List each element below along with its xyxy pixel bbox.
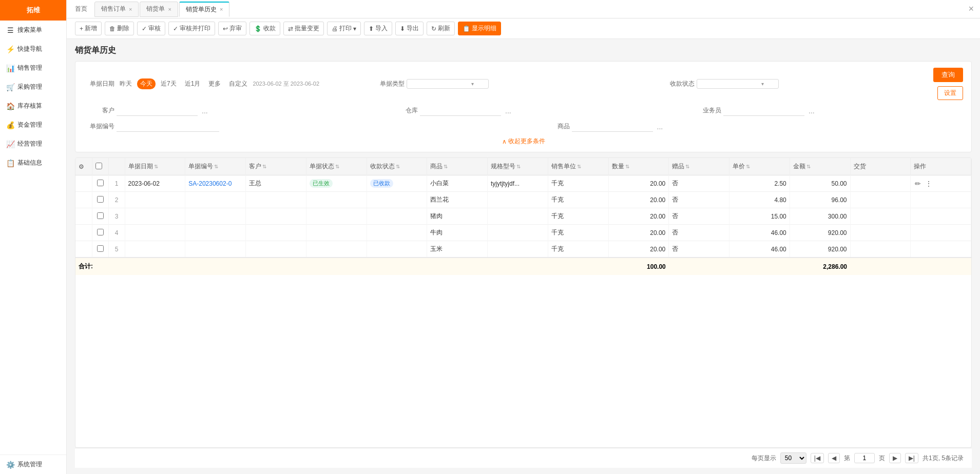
col-collect-status[interactable]: 收款状态⇅ bbox=[367, 158, 427, 175]
customer-ellipsis[interactable]: ... bbox=[200, 107, 210, 115]
audit-print-button[interactable]: ✓ 审核并打印 bbox=[168, 22, 215, 35]
tab-delivery-history-close[interactable]: × bbox=[220, 6, 223, 12]
salesperson-input[interactable] bbox=[723, 105, 804, 116]
row-goods: 西兰花 bbox=[427, 192, 488, 208]
collect-button[interactable]: 💲 收款 bbox=[249, 22, 280, 35]
sidebar-item-system-mgmt[interactable]: ⚙️ 系统管理 bbox=[0, 455, 66, 474]
col-checkbox[interactable] bbox=[92, 158, 108, 175]
row-doc-num[interactable] bbox=[185, 241, 246, 258]
add-button[interactable]: + 新增 bbox=[75, 22, 102, 35]
date-today-btn[interactable]: 今天 bbox=[137, 78, 156, 89]
batch-change-button[interactable]: ⇄ 批量变更 bbox=[283, 22, 324, 35]
warehouse-input[interactable] bbox=[420, 105, 501, 116]
tab-sales-order[interactable]: 销售订单 × bbox=[94, 2, 139, 17]
tab-sales-order-close[interactable]: × bbox=[129, 6, 132, 12]
edit-action-btn[interactable]: ✏ bbox=[914, 179, 922, 189]
sales-mgmt-icon: 📊 bbox=[6, 64, 14, 72]
sidebar-item-search-menu[interactable]: ☰ 搜索菜单 bbox=[0, 21, 66, 40]
page-size-select[interactable]: 10 20 50 100 bbox=[780, 452, 806, 464]
tab-home[interactable]: 首页 bbox=[69, 2, 93, 17]
col-doc-num[interactable]: 单据编号⇅ bbox=[185, 158, 246, 175]
date-yesterday-btn[interactable]: 昨天 bbox=[117, 78, 135, 89]
row-doc-num[interactable] bbox=[185, 225, 246, 241]
summary-gift-spacer bbox=[669, 258, 729, 275]
select-all-checkbox[interactable] bbox=[95, 163, 102, 169]
row-checkbox-cell[interactable] bbox=[92, 208, 108, 225]
tab-delivery-close[interactable]: × bbox=[168, 6, 171, 12]
col-gift[interactable]: 赠品⇅ bbox=[669, 158, 729, 175]
delete-button[interactable]: 🗑 删除 bbox=[105, 22, 134, 35]
col-doc-date[interactable]: 单据日期⇅ bbox=[125, 158, 185, 175]
sidebar-item-inventory[interactable]: 🏠 库存核算 bbox=[0, 96, 66, 115]
row-checkbox[interactable] bbox=[97, 212, 104, 219]
col-customer[interactable]: 客户⇅ bbox=[246, 158, 306, 175]
goods-ellipsis[interactable]: ... bbox=[655, 123, 665, 131]
doc-num-link[interactable]: SA-20230602-0 bbox=[188, 180, 232, 187]
row-doc-num[interactable]: SA-20230602-0 bbox=[185, 175, 246, 192]
abandon-button[interactable]: ↩ 弃审 bbox=[218, 22, 246, 35]
col-quantity[interactable]: 数量⇅ bbox=[608, 158, 669, 175]
col-spec-model[interactable]: 规格型号⇅ bbox=[488, 158, 548, 175]
last-page-button[interactable]: ▶| bbox=[905, 453, 918, 463]
summary-quantity: 100.00 bbox=[608, 258, 669, 275]
row-checkbox[interactable] bbox=[97, 196, 104, 203]
query-button[interactable]: 查询 bbox=[933, 68, 963, 82]
col-settings[interactable]: ⚙ bbox=[75, 158, 92, 175]
tab-delivery[interactable]: 销货单 × bbox=[140, 2, 178, 17]
sidebar-item-sales-mgmt[interactable]: 📊 销售管理 bbox=[0, 58, 66, 77]
prev-page-button[interactable]: ◀ bbox=[828, 453, 840, 463]
sidebar-item-quick-nav[interactable]: ⚡ 快捷导航 bbox=[0, 40, 66, 58]
sidebar-item-basic-info[interactable]: 📋 基础信息 bbox=[0, 153, 66, 172]
row-checkbox-cell[interactable] bbox=[92, 241, 108, 258]
row-doc-num[interactable] bbox=[185, 192, 246, 208]
col-doc-status[interactable]: 单据状态⇅ bbox=[306, 158, 367, 175]
collapse-button[interactable]: ∧ 收起更多条件 bbox=[502, 137, 545, 146]
date-1month-btn[interactable]: 近1月 bbox=[182, 78, 204, 89]
audit-button[interactable]: ✓ 审核 bbox=[137, 22, 165, 35]
row-checkbox-cell[interactable] bbox=[92, 192, 108, 208]
row-checkbox-cell[interactable] bbox=[92, 225, 108, 241]
collect-icon: 💲 bbox=[254, 25, 262, 32]
row-num: 3 bbox=[108, 208, 125, 225]
filter-row-2: 客户 ... 仓库 ... 业务员 ... bbox=[84, 105, 963, 116]
first-page-button[interactable]: |◀ bbox=[811, 453, 824, 463]
next-page-button[interactable]: ▶ bbox=[889, 453, 901, 463]
col-sales-unit[interactable]: 销售单位⇅ bbox=[548, 158, 608, 175]
customer-input[interactable] bbox=[117, 105, 198, 116]
type-select[interactable]: ▾ bbox=[407, 79, 489, 89]
salesperson-ellipsis[interactable]: ... bbox=[806, 107, 817, 115]
print-button[interactable]: 🖨 打印 ▾ bbox=[327, 22, 361, 35]
close-all-tabs-button[interactable]: × bbox=[964, 4, 978, 14]
row-checkbox-cell[interactable] bbox=[92, 175, 108, 192]
sort-unit-price-icon: ⇅ bbox=[746, 164, 750, 169]
date-7days-btn[interactable]: 近7天 bbox=[158, 78, 180, 89]
date-custom-btn[interactable]: 自定义 bbox=[226, 78, 251, 89]
page-number-input[interactable] bbox=[854, 453, 875, 463]
collect-status-select[interactable]: ▾ bbox=[697, 79, 779, 89]
row-checkbox[interactable] bbox=[97, 229, 104, 235]
row-doc-num[interactable] bbox=[185, 208, 246, 225]
col-amount[interactable]: 金额⇅ bbox=[790, 158, 850, 175]
row-quantity: 20.00 bbox=[608, 208, 669, 225]
date-more-btn[interactable]: 更多 bbox=[205, 78, 224, 89]
docnum-input[interactable] bbox=[117, 121, 219, 132]
set-button[interactable]: 设置 bbox=[937, 86, 963, 100]
refresh-button[interactable]: ↻ 刷新 bbox=[427, 22, 455, 35]
col-unit-price[interactable]: 单价⇅ bbox=[729, 158, 790, 175]
import-button[interactable]: ⬆ 导入 bbox=[364, 22, 392, 35]
filter-area: 单据日期 昨天 今天 近7天 近1月 更多 自定义 2023-06-02 至 2… bbox=[75, 61, 972, 152]
goods-input[interactable] bbox=[572, 121, 653, 132]
tab-delivery-history[interactable]: 销货单历史 × bbox=[179, 2, 229, 17]
col-goods[interactable]: 商品⇅ bbox=[427, 158, 488, 175]
sidebar-item-operations-mgmt[interactable]: 📈 经营管理 bbox=[0, 134, 66, 153]
sidebar-item-finance-mgmt[interactable]: 💰 资金管理 bbox=[0, 115, 66, 134]
row-checkbox[interactable] bbox=[97, 245, 104, 252]
more-action-btn[interactable]: ⋮ bbox=[924, 179, 933, 189]
filter-date-field: 单据日期 昨天 今天 近7天 近1月 更多 自定义 2023-06-02 至 2… bbox=[84, 78, 343, 89]
show-detail-button[interactable]: 📋 显示明细 bbox=[458, 22, 501, 35]
sidebar-item-purchase-mgmt[interactable]: 🛒 采购管理 bbox=[0, 77, 66, 96]
warehouse-ellipsis[interactable]: ... bbox=[503, 107, 513, 115]
row-goods: 小白菜 bbox=[427, 175, 488, 192]
export-button[interactable]: ⬇ 导出 bbox=[395, 22, 424, 35]
row-checkbox[interactable] bbox=[97, 180, 104, 186]
